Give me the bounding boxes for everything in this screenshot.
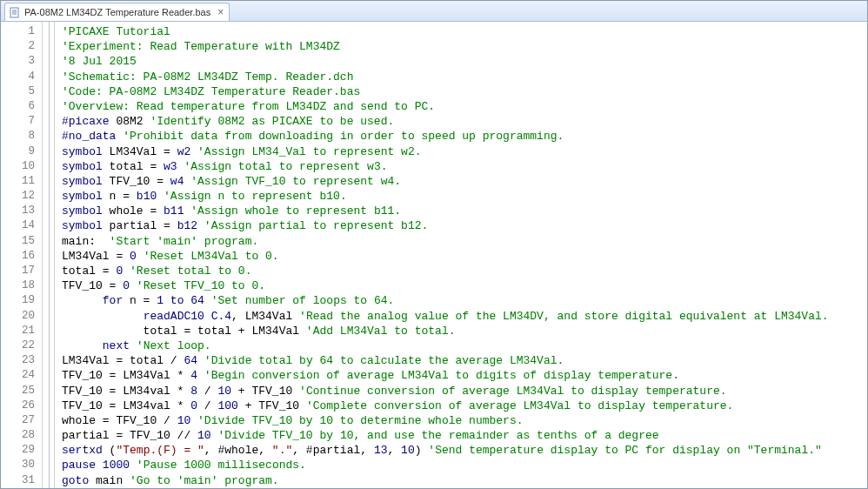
- code-line[interactable]: next 'Next loop.: [62, 338, 867, 353]
- token-comment: 'Assign LM34_Val to represent w2.: [197, 145, 421, 158]
- line-number: 16: [1, 249, 42, 264]
- code-line[interactable]: whole = TFV_10 / 10 'Divide TFV_10 by 10…: [62, 413, 867, 428]
- token-keyword: sertxd: [62, 444, 103, 457]
- token-comment: 'Assign TVF_10 to represent w4.: [190, 175, 401, 188]
- line-number: 9: [1, 144, 42, 159]
- code-line[interactable]: main: 'Start 'main' program.: [62, 234, 867, 249]
- fold-column: [43, 22, 55, 488]
- code-line[interactable]: 'Code: PA-08M2 LM34DZ Temperature Reader…: [62, 84, 867, 99]
- token-plain: [62, 294, 103, 307]
- token-plain: , #partial,: [292, 444, 374, 457]
- code-line[interactable]: symbol total = w3 'Assign total to repre…: [62, 159, 867, 174]
- code-line[interactable]: goto main 'Go to 'main' program.: [62, 473, 867, 488]
- token-plain: total = total + LM34Val: [62, 325, 306, 338]
- code-line[interactable]: symbol whole = b11 'Assign whole to repr…: [62, 204, 867, 218]
- token-comment: 'Add LM34Val to total.: [306, 325, 456, 338]
- token-number: 1000: [103, 459, 130, 472]
- code-line[interactable]: partial = TFV_10 // 10 'Divide TFV_10 by…: [62, 428, 867, 443]
- token-string: ".": [272, 444, 292, 457]
- token-keyword: symbol: [62, 145, 103, 158]
- file-tab[interactable]: PA-08M2 LM34DZ Temperature Reader.bas ×: [4, 3, 230, 21]
- line-number: 22: [1, 338, 42, 353]
- line-number: 24: [1, 368, 42, 383]
- token-comment: 'Continue conversion of average LM34Val …: [299, 385, 726, 398]
- code-line[interactable]: TFV_10 = 0 'Reset TFV_10 to 0.: [62, 278, 867, 293]
- line-number: 4: [1, 70, 42, 84]
- code-line[interactable]: readADC10 C.4, LM34Val 'Read the analog …: [62, 309, 867, 324]
- code-line[interactable]: symbol TFV_10 = w4 'Assign TVF_10 to rep…: [62, 174, 867, 189]
- code-line[interactable]: '8 Jul 2015: [62, 54, 867, 69]
- code-line[interactable]: #no_data 'Prohibit data from downloading…: [62, 129, 867, 144]
- code-line[interactable]: 'Experiment: Read Temperature with LM34D…: [62, 39, 867, 54]
- code-line[interactable]: TFV_10 = LM34val * 8 / 10 + TFV_10 'Cont…: [62, 384, 867, 399]
- code-line[interactable]: symbol LM34Val = w2 'Assign LM34_Val to …: [62, 144, 867, 159]
- line-number: 23: [1, 353, 42, 368]
- token-keyword: symbol: [62, 219, 103, 232]
- token-plain: LM34Val =: [62, 250, 130, 263]
- token-comment: 'Divide TFV_10 by 10 to determine whole …: [197, 414, 523, 427]
- token-plain: n =: [103, 190, 137, 203]
- token-comment: 'Next loop.: [137, 339, 211, 352]
- token-comment: 'Start 'main' program.: [110, 235, 259, 248]
- code-line[interactable]: TFV_10 = LM34val * 0 / 100 + TFV_10 'Com…: [62, 399, 867, 413]
- token-comment: 'Assign n to represent b10.: [164, 190, 347, 203]
- token-number: 64: [190, 294, 204, 307]
- code-editor[interactable]: 1234567891011121314151617181920212223242…: [1, 22, 867, 488]
- code-line[interactable]: symbol partial = b12 'Assign partial to …: [62, 218, 867, 233]
- code-line[interactable]: #picaxe 08M2 'Identify 08M2 as PICAXE to…: [62, 114, 867, 129]
- token-comment: 'Identify 08M2 as PICAXE to be used.: [150, 115, 394, 128]
- token-plain: [123, 265, 130, 278]
- line-number: 11: [1, 174, 42, 189]
- close-icon[interactable]: ×: [217, 6, 224, 18]
- token-plain: whole = TFV_10 /: [62, 414, 177, 427]
- token-plain: total =: [62, 265, 116, 278]
- code-line[interactable]: for n = 1 to 64 'Set number of loops to …: [62, 293, 867, 308]
- token-plain: main: [89, 474, 130, 487]
- token-keyword: next: [103, 339, 130, 352]
- token-plain: [62, 339, 103, 352]
- token-comment: 'Begin conversion of average LM34Val to …: [204, 369, 679, 382]
- code-area[interactable]: 'PICAXE Tutorial'Experiment: Read Temper…: [55, 22, 867, 488]
- token-plain: [130, 339, 137, 352]
- token-plain: [197, 354, 204, 367]
- token-comment: 'Assign total to represent w3.: [184, 160, 387, 173]
- token-keyword: b10: [137, 190, 157, 203]
- code-line[interactable]: symbol n = b10 'Assign n to represent b1…: [62, 189, 867, 204]
- token-plain: whole =: [103, 204, 164, 218]
- code-line[interactable]: total = total + LM34Val 'Add LM34Val to …: [62, 324, 867, 338]
- line-number: 18: [1, 278, 42, 293]
- token-plain: [130, 279, 137, 292]
- line-number: 1: [1, 24, 42, 39]
- code-line[interactable]: 'Overview: Read temperature from LM34DZ …: [62, 99, 867, 114]
- token-comment: 'Schematic: PA-08M2 LM34DZ Temp. Reader.…: [62, 70, 353, 84]
- token-comment: 'Assign whole to represent b11.: [190, 204, 401, 218]
- line-number: 6: [1, 99, 42, 114]
- code-line[interactable]: pause 1000 'Pause 1000 milliseconds.: [62, 458, 867, 472]
- token-plain: (: [103, 444, 117, 457]
- code-line[interactable]: sertxd ("Temp.(F) = ", #whole, ".", #par…: [62, 443, 867, 458]
- code-line[interactable]: LM34Val = total / 64 'Divide total by 64…: [62, 353, 867, 368]
- token-comment: 'Pause 1000 milliseconds.: [137, 459, 306, 472]
- token-keyword: symbol: [62, 175, 103, 188]
- token-comment: 'Assign partial to represent b12.: [204, 219, 428, 232]
- token-plain: TFV_10 = LM34Val *: [62, 369, 190, 382]
- code-line[interactable]: TFV_10 = LM34Val * 4 'Begin conversion o…: [62, 368, 867, 383]
- token-keyword: b12: [177, 219, 197, 232]
- line-number-gutter: 1234567891011121314151617181920212223242…: [1, 22, 43, 488]
- token-number: 10: [197, 429, 211, 442]
- token-string: "Temp.(F) = ": [116, 444, 204, 457]
- line-number: 12: [1, 189, 42, 204]
- token-plain: [130, 459, 137, 472]
- token-plain: [157, 190, 164, 203]
- code-line[interactable]: 'Schematic: PA-08M2 LM34DZ Temp. Reader.…: [62, 70, 867, 84]
- code-line[interactable]: total = 0 'Reset total to 0.: [62, 264, 867, 278]
- code-line[interactable]: LM34Val = 0 'Reset LM34Val to 0.: [62, 249, 867, 264]
- line-number: 14: [1, 218, 42, 233]
- token-comment: 'Reset TFV_10 to 0.: [137, 279, 265, 292]
- token-number: 1: [157, 294, 164, 307]
- token-comment: '8 Jul 2015: [62, 55, 137, 68]
- line-number: 28: [1, 428, 42, 443]
- token-plain: , LM34Val: [231, 310, 299, 323]
- code-line[interactable]: 'PICAXE Tutorial: [62, 24, 867, 39]
- tab-bar: PA-08M2 LM34DZ Temperature Reader.bas ×: [1, 1, 867, 22]
